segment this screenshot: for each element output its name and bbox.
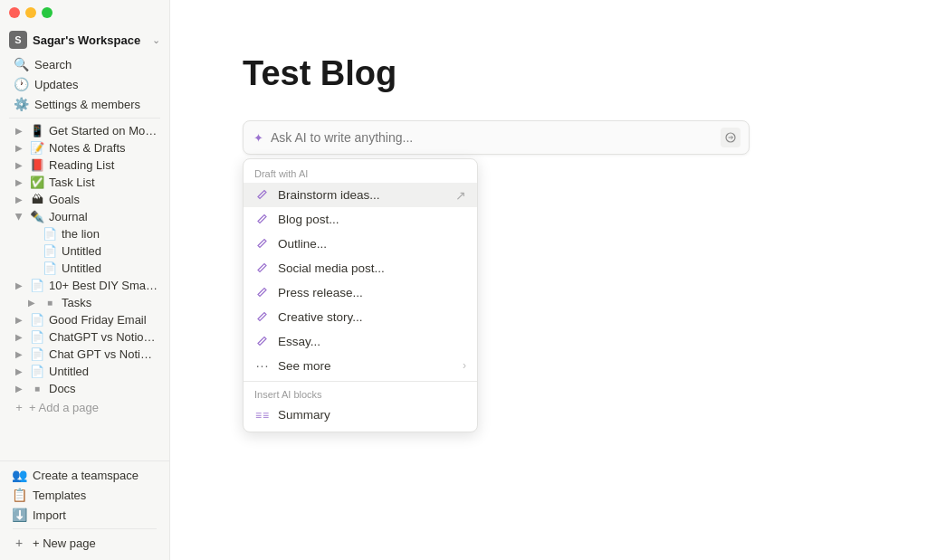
ai-pencil-icon [254,187,271,203]
maximize-button[interactable] [42,7,53,18]
chevron-right-icon: ▶ [13,366,25,376]
page-icon: 📄 [42,261,58,275]
sidebar-item-notes-drafts[interactable]: ▶ 📝 Notes & Drafts [4,139,166,157]
ai-pencil-icon [254,309,271,325]
sidebar-item-goals[interactable]: ▶ 🏔 Goals [4,191,166,208]
chevron-right-icon: ▶ [13,177,25,187]
workspace-selector[interactable]: S Sagar's Workspace ⌄ [0,25,169,54]
dropdown-item-outline-label: Outline... [278,237,466,251]
sidebar-item-good-friday[interactable]: ▶ 📄 Good Friday Email [4,311,166,328]
sidebar-item-updates[interactable]: 🕐 Updates [4,74,166,94]
sidebar-divider-2 [13,528,157,529]
page-icon: 📄 [29,347,45,361]
sidebar-item-settings[interactable]: ⚙️ Settings & members [4,94,166,114]
sidebar-page-label: Journal [49,210,158,223]
ai-spark-icon: ✦ [253,131,263,145]
ai-input[interactable] [243,120,750,155]
sidebar-page-label: Good Friday Email [49,313,158,327]
dropdown-item-outline[interactable]: Outline... [244,232,477,256]
chevron-right-icon: ▶ [13,349,25,359]
sidebar-page-label: Reading List [49,158,158,172]
sidebar-page-label: Untitled [62,244,158,258]
sidebar-item-chat-gpt-notion2[interactable]: ▶ 📄 Chat GPT vs NotionAI ... [4,346,166,363]
minimize-button[interactable] [25,7,36,18]
workspace-name: Sagar's Workspace [33,33,147,47]
sidebar-page-label: the lion [62,227,158,241]
templates-button[interactable]: 📋 Templates [4,485,166,505]
settings-icon: ⚙️ [13,97,29,111]
dropdown-item-creative-story-label: Creative story... [278,310,466,324]
new-page-button[interactable]: + + New page [4,533,166,553]
sidebar: S Sagar's Workspace ⌄ 🔍 Search 🕐 Updates… [0,0,170,560]
dropdown-item-see-more[interactable]: ··· See more › [244,354,477,377]
sidebar-item-reading-list[interactable]: ▶ 📕 Reading List [4,157,166,174]
ai-send-icon[interactable] [721,128,741,147]
sidebar-item-untitled-2[interactable]: ▶ 📄 Untitled [4,260,166,277]
sidebar-page-label: Untitled [49,365,158,378]
create-teamspace-button[interactable]: 👥 Create a teamspace [4,465,166,485]
dots-icon: ··· [254,358,271,373]
workspace-avatar: S [9,31,27,49]
dropdown-item-creative-story[interactable]: Creative story... [244,305,477,329]
ai-pencil-icon [254,285,271,300]
page-icon: 📄 [42,244,58,258]
page-icon: 📄 [29,279,45,292]
import-label: Import [33,508,66,522]
sidebar-item-untitled-3[interactable]: ▶ 📄 Untitled [4,363,166,380]
sidebar-page-label: Untitled [62,261,158,275]
page-icon: 📄 [29,365,45,378]
ai-pencil-icon [254,261,271,276]
search-icon: 🔍 [13,57,29,71]
sidebar-page-label: Tasks [62,296,158,309]
sidebar-item-task-list[interactable]: ▶ ✅ Task List [4,174,166,191]
teamspace-icon: 👥 [11,468,27,482]
dropdown-item-social-media[interactable]: Social media post... [244,256,477,280]
page-icon: 📱 [29,124,45,138]
dropdown-item-see-more-label: See more [278,359,455,373]
sidebar-item-settings-label: Settings & members [34,98,140,111]
chevron-right-icon: › [463,359,466,372]
sidebar-page-label: Get Started on Mobile [49,124,158,138]
sidebar-page-label: Docs [49,382,158,395]
chevron-right-icon: ▶ [13,280,25,290]
import-button[interactable]: ⬇️ Import [4,505,166,525]
add-page-label: + Add a page [29,401,158,414]
ai-pencil-icon [254,236,271,252]
sidebar-item-docs[interactable]: ▶ ■ Docs [4,380,166,397]
main-content: Test Blog ✦ Draft with AI [170,0,927,560]
dropdown-item-social-media-label: Social media post... [278,261,466,275]
sidebar-item-search[interactable]: 🔍 Search [4,54,166,74]
dropdown-item-summary[interactable]: ≡≡ Summary [244,403,477,426]
dropdown-item-blog-post[interactable]: Blog post... [244,207,477,232]
summary-icon: ≡≡ [254,409,271,422]
sidebar-item-tasks[interactable]: ▶ ■ Tasks [4,294,166,311]
templates-label: Templates [33,489,86,502]
sidebar-item-journal[interactable]: ▶ ✒️ Journal [4,208,166,225]
sidebar-item-untitled-1[interactable]: ▶ 📄 Untitled [4,242,166,260]
ai-input-wrapper: ✦ Draft with AI Brainstorm ideas. [243,120,750,155]
chevron-right-icon: ▶ [13,143,25,153]
add-page-button[interactable]: + + Add a page [4,399,166,416]
sidebar-page-label: ChatGPT vs Notion AI [49,330,158,344]
dropdown-item-arrow-icon: ↗ [455,188,466,203]
sidebar-item-search-label: Search [34,58,72,71]
close-button[interactable] [9,7,20,18]
content-area: Test Blog ✦ Draft with AI [170,0,927,560]
page-icon: 📕 [29,158,45,172]
updates-icon: 🕐 [13,77,29,91]
dropdown-section-draft-label: Draft with AI [244,165,477,183]
sidebar-bottom: 👥 Create a teamspace 📋 Templates ⬇️ Impo… [0,460,169,560]
sidebar-item-diy[interactable]: ▶ 📄 10+ Best DIY Small La... [4,277,166,294]
new-page-icon: + [11,536,27,550]
chevron-down-icon: ▶ [14,211,24,223]
sidebar-item-chatgpt-notion[interactable]: ▶ 📄 ChatGPT vs Notion AI [4,328,166,346]
sidebar-item-get-started[interactable]: ▶ 📱 Get Started on Mobile [4,122,166,139]
sidebar-item-updates-label: Updates [34,78,78,91]
dropdown-item-press-release[interactable]: Press release... [244,280,477,305]
sidebar-divider [9,118,160,119]
dropdown-item-brainstorm[interactable]: Brainstorm ideas... ↗ [244,183,477,207]
titlebar [0,0,169,25]
dropdown-item-essay[interactable]: Essay... [244,329,477,354]
sidebar-page-label: Notes & Drafts [49,141,158,155]
sidebar-item-the-lion[interactable]: ▶ 📄 the lion [4,225,166,242]
